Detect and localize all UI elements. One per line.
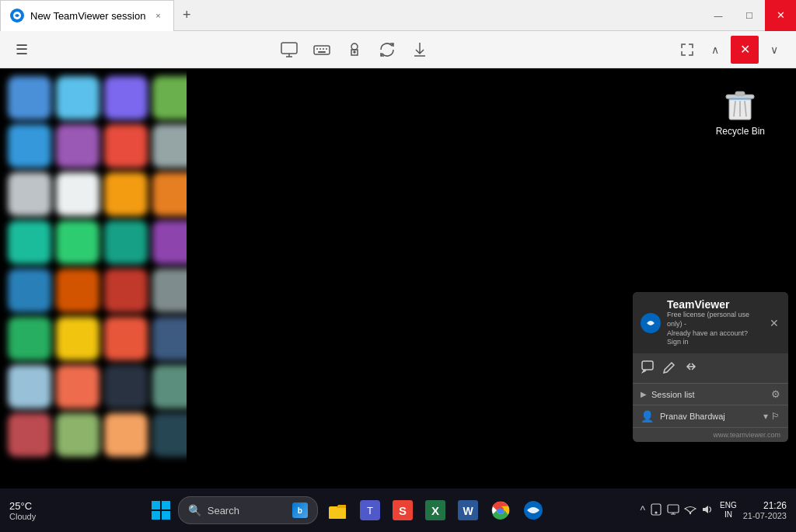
tv-session-user[interactable]: 👤 Pranav Bhardwaj ▾ 🏳 [633,405,788,428]
tv-logo-icon [641,313,661,333]
svg-rect-21 [152,511,160,520]
windows-start-button[interactable] [148,498,173,523]
desktop-icon [56,76,100,120]
desktop-icon [104,365,148,409]
keyboard-icon[interactable] [311,39,333,61]
excel-button[interactable]: X [421,495,450,525]
monitor-icon[interactable] [278,39,300,61]
svg-rect-1 [281,43,297,54]
desktop-icon [8,124,51,168]
tv-pencil-icon[interactable] [662,360,676,377]
svg-rect-2 [314,46,330,54]
recycle-bin-icon [721,84,759,123]
tray-expand-icon[interactable]: ^ [640,504,645,516]
tray-tablet-icon[interactable] [650,503,662,518]
lang-code: ENG [720,501,737,510]
slides-button[interactable]: S [388,495,417,525]
taskbar-right: ^ [640,500,787,520]
desktop-icon [56,172,100,216]
desktop-icon [152,172,187,216]
taskbar-center: 🔍 Search b T [62,495,634,525]
desktop-icon [56,124,100,168]
minimize-button[interactable]: — [703,0,734,31]
desktop-icon [104,124,148,168]
taskbar-apps: T S X W [323,495,548,525]
user-action-flag-icon[interactable]: 🏳 [771,411,780,422]
svg-rect-22 [162,511,170,520]
lock-icon[interactable] [344,39,365,61]
desktop-icon [8,413,51,457]
chrome-button[interactable] [486,495,515,525]
tv-panel-close-button[interactable]: ✕ [768,315,780,331]
close-button[interactable]: ✕ [765,0,796,31]
tray-display-icon[interactable] [667,503,679,518]
clock-date: 21-07-2023 [743,511,787,520]
weather-temp: 25°C [9,500,32,512]
window-controls: — □ ✕ [703,0,796,31]
add-tab-button[interactable]: + [174,3,199,28]
tray-speaker-icon[interactable] [701,503,714,518]
svg-text:W: W [463,505,473,517]
search-bar[interactable]: 🔍 Search b [178,496,318,524]
bing-logo: b [292,502,308,518]
download-icon[interactable] [409,39,431,61]
svg-rect-19 [152,501,160,509]
teamviewer-tab-icon [10,9,24,23]
taskbar: 25°C Cloudy 🔍 Search b [0,489,796,532]
desktop-icon [104,76,148,120]
tv-chat-icon[interactable] [641,360,655,377]
desktop-icon [8,365,51,409]
desktop-icon [152,124,187,168]
hamburger-menu[interactable]: ☰ [9,37,34,63]
desktop-icon [104,172,148,216]
svg-point-9 [354,51,355,53]
refresh-icon[interactable] [376,39,398,61]
tv-session-header[interactable]: ▶ Session list ⚙ [633,384,788,405]
user-name: Pranav Bhardwaj [660,412,757,421]
desktop-icon [152,269,187,312]
word-button[interactable]: W [453,495,483,525]
language-indicator[interactable]: ENG IN [720,501,737,520]
svg-rect-16 [729,98,751,100]
desktop-icon [56,413,100,457]
teamviewer-taskbar-button[interactable] [518,495,548,525]
teams-button[interactable]: T [355,495,385,525]
tv-panel-title: TeamViewer [667,298,762,311]
toolbar-icons [39,39,670,61]
tray-network-icon[interactable] [684,503,696,518]
desktop-icon [104,269,148,312]
weather-widget[interactable]: 25°C Cloudy [9,500,56,521]
recycle-bin[interactable]: Recycle Bin [716,84,765,137]
title-bar: New TeamViewer session × + — □ ✕ [0,0,796,31]
close-toolbar-button[interactable]: ✕ [731,36,759,64]
desktop-icon [104,221,148,264]
session-gear-icon[interactable]: ⚙ [771,388,780,400]
session-tab[interactable]: New TeamViewer session × [0,0,174,31]
tv-panel-actions [633,353,788,384]
desktop-icon [152,317,187,360]
toolbar-dropdown-button[interactable]: ∨ [762,37,787,62]
maximize-button[interactable]: □ [734,0,765,31]
tv-panel-subtitle: Free license (personal use only) -Alread… [667,311,762,347]
datetime-widget[interactable]: 21:26 21-07-2023 [743,500,787,520]
desktop-icon [104,413,148,457]
desktop-icons-area [0,68,187,489]
tab-close-button[interactable]: × [152,9,164,22]
svg-text:T: T [367,505,373,516]
svg-rect-24 [329,508,346,519]
fullscreen-button[interactable] [675,37,700,62]
title-bar-left: New TeamViewer session × + [0,0,703,31]
svg-rect-20 [162,501,170,509]
tv-panel-header: TeamViewer Free license (personal use on… [633,292,788,353]
desktop-icon [8,76,51,120]
recycle-bin-label: Recycle Bin [716,126,765,137]
system-tray: ^ [640,503,714,518]
session-list-label: Session list [651,390,766,399]
file-explorer-button[interactable] [323,495,352,525]
chevron-up-button[interactable]: ∧ [703,37,728,62]
user-action-v-icon[interactable]: ▾ [763,411,768,422]
search-icon: 🔍 [188,504,201,516]
tv-arrows-icon[interactable] [684,360,698,377]
svg-point-37 [655,512,657,513]
desktop-icon [152,365,187,409]
